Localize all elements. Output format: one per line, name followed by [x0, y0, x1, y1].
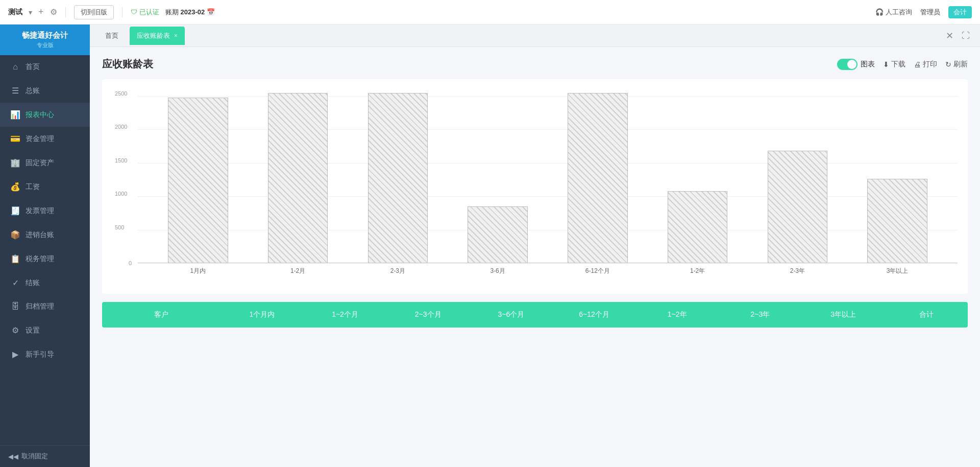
- chart-container: 2500200015001000500 1月内1-2月2-3月3-6月6-12个…: [102, 79, 968, 294]
- sidebar-item-tax[interactable]: 📋 税务管理: [0, 247, 90, 271]
- bar-group: 1-2月: [248, 89, 348, 263]
- table-header-cell: 1~2年: [635, 302, 719, 328]
- sidebar-item-archive[interactable]: 🗄 归档管理: [0, 295, 90, 318]
- page-content: 应收账龄表 图表 ⬇ 下载 🖨 打印: [90, 47, 980, 467]
- y-axis-label: 2500: [115, 90, 127, 97]
- refresh-button[interactable]: ↻ 刷新: [945, 60, 968, 69]
- sidebar-logo: 畅捷通好会计 专业版: [0, 25, 90, 55]
- chart-bar: [568, 93, 627, 263]
- close-all-tabs-button[interactable]: ✕: [944, 28, 955, 43]
- bar-group: 2-3月: [348, 89, 448, 263]
- content-area: 首页 应收账龄表 × ✕ ⛶ 应收账龄表: [90, 25, 980, 467]
- cancel-fixed-label: 取消固定: [21, 452, 48, 461]
- cancel-fixed-button[interactable]: ◀◀ 取消固定: [8, 452, 82, 461]
- main-layout: 畅捷通好会计 专业版 ⌂ 首页 ☰ 总账 📊 报表中心 💳 资金管理 🏢 固: [0, 25, 980, 467]
- data-table: 客户1个月内1~2个月2~3个月3~6个月6~12个月1~2年2~3年3年以上合…: [102, 302, 968, 328]
- y-axis-label: 500: [115, 224, 124, 230]
- table-header-cell: 1个月内: [220, 302, 304, 328]
- sidebar-item-capital[interactable]: 💳 资金管理: [0, 127, 90, 151]
- switch-version-button[interactable]: 切到旧版: [74, 5, 114, 19]
- sidebar-item-close[interactable]: ✓ 结账: [0, 271, 90, 295]
- y-axis-label: 2000: [115, 124, 127, 130]
- reports-icon: 📊: [10, 110, 20, 120]
- chart-bar: [168, 98, 228, 263]
- sidebar-scroll: ⌂ 首页 ☰ 总账 📊 报表中心 💳 资金管理 🏢 固定资产 💰 工资: [0, 55, 90, 445]
- table-header-cell: 3~6个月: [470, 302, 553, 328]
- download-button[interactable]: ⬇ 下载: [883, 60, 905, 69]
- home-icon: ⌂: [10, 62, 20, 72]
- bar-label: 2-3月: [390, 267, 405, 275]
- close-period-icon: ✓: [10, 278, 20, 288]
- table-header-cell: 3年以上: [802, 302, 885, 328]
- payroll-icon: 💰: [10, 182, 20, 192]
- bar-group: 3-6月: [448, 89, 548, 263]
- sidebar-item-assets[interactable]: 🏢 固定资产: [0, 151, 90, 175]
- bar-label: 2-3年: [790, 267, 805, 275]
- grid-line: [138, 263, 958, 264]
- table-header-cell: 合计: [885, 302, 968, 328]
- ledger-icon: ☰: [10, 86, 20, 96]
- page-actions: 图表 ⬇ 下载 🖨 打印 ↻ 刷新: [837, 59, 968, 70]
- sidebar-item-guide[interactable]: ▶ 新手引导: [0, 342, 90, 366]
- sidebar-item-label: 结账: [26, 278, 40, 288]
- sidebar-item-ledger[interactable]: ☰ 总账: [0, 79, 90, 103]
- bar-group: 3年以上: [847, 89, 947, 263]
- sidebar-item-label: 固定资产: [26, 158, 54, 168]
- settings-icon: ⚙: [10, 325, 20, 335]
- y-axis-label: 1000: [115, 191, 127, 197]
- download-label: 下载: [891, 60, 905, 69]
- inventory-icon: 📦: [10, 230, 20, 240]
- table-header-cell: 2~3年: [719, 302, 802, 328]
- chart-bar: [468, 206, 527, 263]
- zero-label: 0: [129, 260, 132, 266]
- role-badge: 会计: [948, 6, 972, 18]
- divider: [65, 7, 66, 17]
- bars-area: 1月内1-2月2-3月3-6月6-12个月1-2年2-3年3年以上: [138, 89, 958, 263]
- company-name[interactable]: 测试: [8, 8, 22, 17]
- sidebar-item-label: 归档管理: [26, 302, 54, 311]
- toggle-track[interactable]: [837, 59, 857, 70]
- bar-group: 1月内: [148, 89, 248, 263]
- sidebar-item-label: 首页: [26, 62, 40, 72]
- chart-toggle[interactable]: 图表: [837, 59, 875, 70]
- tab-home[interactable]: 首页: [98, 27, 126, 45]
- refresh-icon: ↻: [945, 60, 951, 68]
- topbar: 测试 ▾ + ⚙ 切到旧版 🛡 已认证 账期 2023-02 📅 🎧 人工咨询 …: [0, 0, 980, 25]
- period-info: 账期 2023-02 📅: [165, 8, 215, 17]
- gear-icon[interactable]: ⚙: [50, 7, 57, 17]
- tab-close-icon[interactable]: ×: [174, 32, 178, 39]
- print-button[interactable]: 🖨 打印: [914, 60, 937, 69]
- assets-icon: 🏢: [10, 158, 20, 168]
- sidebar-bottom: ◀◀ 取消固定: [0, 445, 90, 467]
- fullscreen-button[interactable]: ⛶: [960, 29, 972, 42]
- sidebar-item-reports[interactable]: 📊 报表中心: [0, 103, 90, 127]
- chart-bar: [668, 191, 727, 263]
- bar-label: 1月内: [190, 267, 206, 275]
- dropdown-icon[interactable]: ▾: [29, 8, 32, 16]
- sidebar-item-invoice[interactable]: 🧾 发票管理: [0, 199, 90, 223]
- sidebar-item-payroll[interactable]: 💰 工资: [0, 175, 90, 199]
- bar-label: 3-6月: [490, 267, 505, 275]
- sidebar-item-inventory[interactable]: 📦 进销台账: [0, 223, 90, 247]
- sidebar-item-settings[interactable]: ⚙ 设置: [0, 318, 90, 342]
- sidebar-item-home[interactable]: ⌂ 首页: [0, 55, 90, 79]
- sidebar-item-label: 新手引导: [26, 350, 54, 359]
- shield-icon: 🛡: [131, 8, 137, 16]
- chart-bar: [768, 151, 827, 263]
- table-header-row: 客户1个月内1~2个月2~3个月3~6个月6~12个月1~2年2~3年3年以上合…: [102, 302, 968, 328]
- table-header-cell: 1~2个月: [304, 302, 387, 328]
- bar-group: 2-3年: [748, 89, 848, 263]
- download-icon: ⬇: [883, 60, 889, 68]
- page-header: 应收账龄表 图表 ⬇ 下载 🖨 打印: [102, 57, 968, 71]
- sidebar-item-label: 税务管理: [26, 254, 54, 264]
- tab-bar: 首页 应收账龄表 × ✕ ⛶: [90, 25, 980, 47]
- sidebar-item-label: 进销台账: [26, 230, 54, 240]
- table-header-cell: 客户: [102, 302, 220, 328]
- calendar-icon[interactable]: 📅: [207, 8, 215, 16]
- service-button[interactable]: 🎧 人工咨询: [875, 8, 912, 17]
- plus-icon[interactable]: +: [38, 7, 44, 17]
- bar-group: 6-12个月: [548, 89, 648, 263]
- tab-receivable-aging[interactable]: 应收账龄表 ×: [130, 27, 185, 45]
- toggle-knob: [847, 60, 856, 69]
- refresh-label: 刷新: [953, 60, 968, 69]
